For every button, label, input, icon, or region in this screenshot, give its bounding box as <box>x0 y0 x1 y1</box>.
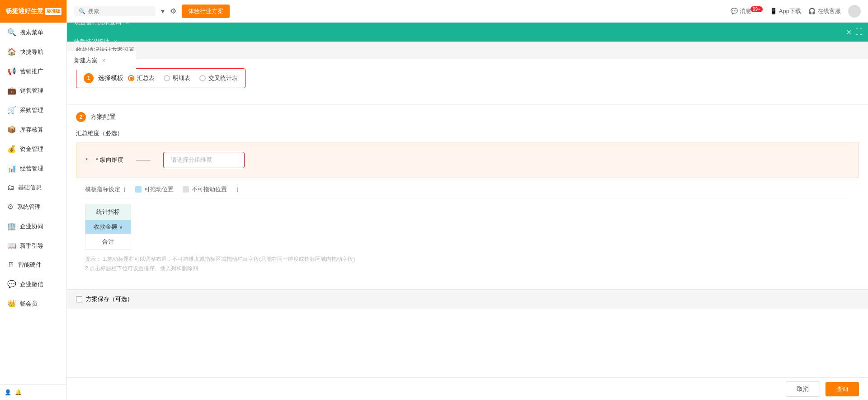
query-button[interactable]: 查询 <box>826 382 859 396</box>
support-item[interactable]: 🎧 在线客服 <box>808 7 841 15</box>
message-item[interactable]: 💬 消息 99+ <box>731 7 763 15</box>
page-wrapper: 收款情况统计方案设置 1 选择模板 汇总表明细表交叉统计表 2 方案配置 <box>67 42 868 377</box>
sidebar-item-5[interactable]: 📦库存核算 <box>0 120 66 139</box>
sidebar-item-6[interactable]: 💰资金管理 <box>0 139 66 159</box>
sidebar-icon-14: 👑 <box>7 299 16 308</box>
trial-button[interactable]: 体验行业方案 <box>182 5 230 18</box>
gear-icon[interactable]: ⚙ <box>170 7 176 15</box>
sidebar-icon-12: 🖥 <box>7 261 14 269</box>
template-radio-group: 汇总表明细表交叉统计表 <box>128 74 238 82</box>
section2: 2 方案配置 汇总维度（必选） * * 纵向维度 —— 请选择分组维度 模板指标… <box>67 105 868 289</box>
sidebar-icon-4: 🛒 <box>7 106 16 114</box>
sidebar-label-3: 销售管理 <box>20 87 43 95</box>
sidebar-bottom: 👤 🔔 <box>0 384 66 400</box>
col-dropdown-icon[interactable]: ∨ <box>119 224 123 230</box>
sidebar-item-1[interactable]: 🏠快捷导航 <box>0 42 66 61</box>
sidebar-label-1: 快捷导航 <box>20 48 43 56</box>
tabbar-controls: ✕ ⛶ <box>846 28 868 37</box>
sidebar-bottom-icon2[interactable]: 🔔 <box>15 389 22 395</box>
topbar: 🔍 ▾ ⚙ 体验行业方案 💬 消息 99+ 📱 App下载 🎧 在线客服 <box>67 0 868 23</box>
tab-label-2: 收款情况统计 <box>74 38 109 46</box>
sidebar-label-2: 营销推广 <box>20 67 43 75</box>
section2-label: 方案配置 <box>90 113 116 121</box>
message-icon: 💬 <box>731 8 738 14</box>
sidebar-icon-13: 💬 <box>7 280 16 288</box>
brand-edition: 标准版 <box>45 8 61 15</box>
section2-title: 2 方案配置 <box>76 105 859 122</box>
dropdown-icon[interactable]: ▾ <box>161 7 165 15</box>
dim-config-area: * * 纵向维度 —— 请选择分组维度 <box>76 142 859 178</box>
sidebar-label-0: 搜索菜单 <box>20 28 43 37</box>
sidebar-item-13[interactable]: 💬企业微信 <box>0 274 66 294</box>
section1-label: 选择模板 <box>98 74 123 82</box>
tab-label-3: 新建方案 <box>74 56 98 65</box>
required-mark: * <box>85 157 88 164</box>
radio-circle-summary <box>128 75 134 81</box>
sidebar-item-9[interactable]: ⚙系统管理 <box>0 197 66 216</box>
indicator-row1: 合计 <box>85 234 131 249</box>
tab-close-3[interactable]: × <box>102 57 105 64</box>
sidebar-label-8: 基础信息 <box>18 184 42 192</box>
radio-option-summary[interactable]: 汇总表 <box>128 74 155 82</box>
close-tab-icon[interactable]: ✕ <box>846 28 852 37</box>
section2-num: 2 <box>76 112 86 122</box>
sidebar-nav: 🔍搜索菜单🏠快捷导航📢营销推广💼销售管理🛒采购管理📦库存核算💰资金管理📊经营管理… <box>0 23 66 313</box>
radio-circle-cross <box>199 75 206 81</box>
radio-label-summary: 汇总表 <box>137 74 155 82</box>
sidebar: 畅捷通好生意 标准版 🔍搜索菜单🏠快捷导航📢营销推广💼销售管理🛒采购管理📦库存核… <box>0 0 67 400</box>
sidebar-item-2[interactable]: 📢营销推广 <box>0 61 66 81</box>
template-select-box: 1 选择模板 汇总表明细表交叉统计表 <box>76 68 245 88</box>
maximize-icon[interactable]: ⛶ <box>855 28 863 36</box>
sidebar-item-7[interactable]: 📊经营管理 <box>0 159 66 178</box>
dim-select[interactable]: 请选择分组维度 <box>163 152 245 168</box>
radio-option-detail[interactable]: 明细表 <box>164 74 190 82</box>
tab-close-1[interactable]: × <box>126 19 129 26</box>
dim-title: 汇总维度（必选） <box>76 129 859 137</box>
support-icon: 🎧 <box>808 8 816 14</box>
sidebar-item-10[interactable]: 🏢企业协同 <box>0 216 66 236</box>
bottom-section: 方案保存（可选） <box>67 289 868 309</box>
tab-3[interactable]: 新建方案× <box>67 51 136 70</box>
sidebar-item-12[interactable]: 🖥智能硬件 <box>0 255 66 274</box>
save-checkbox[interactable] <box>76 296 82 302</box>
sidebar-item-3[interactable]: 💼销售管理 <box>0 81 66 100</box>
sidebar-bottom-icon1[interactable]: 👤 <box>5 389 11 395</box>
sidebar-label-11: 新手引导 <box>20 242 43 250</box>
sidebar-label-14: 畅会员 <box>20 300 38 308</box>
sidebar-icon-9: ⚙ <box>7 202 14 211</box>
sidebar-item-0[interactable]: 🔍搜索菜单 <box>0 23 66 42</box>
dim-row-label: * 纵向维度 <box>96 156 123 164</box>
section1: 1 选择模板 汇总表明细表交叉统计表 <box>67 59 868 104</box>
indicator-legend-bar: 模板指标设定（ 可拖动位置 不可拖动位置 ） <box>85 185 850 198</box>
breadcrumb: 收款情况统计方案设置 <box>67 42 868 59</box>
legend-draggable-label: 可拖动位置 <box>144 185 174 193</box>
download-label: App下载 <box>779 7 801 15</box>
cancel-button[interactable]: 取消 <box>786 381 820 397</box>
brand-name: 畅捷通好生意 <box>5 7 43 15</box>
download-item[interactable]: 📱 App下载 <box>770 7 801 15</box>
sidebar-item-14[interactable]: 👑畅会员 <box>0 294 66 313</box>
sidebar-item-8[interactable]: 🗂基础信息 <box>0 178 66 197</box>
tab-0[interactable]: 首页 <box>67 0 136 13</box>
tip-line-0: 提示： 1.拖动标题栏可以调整布局，不可跨维度或指标区域拖动栏目字段(只能在同一… <box>85 255 850 263</box>
radio-label-detail: 明细表 <box>173 74 190 82</box>
user-avatar[interactable] <box>848 5 861 18</box>
sidebar-item-4[interactable]: 🛒采购管理 <box>0 100 66 120</box>
fixed-legend-box <box>183 186 189 193</box>
sidebar-label-12: 智能硬件 <box>18 261 42 269</box>
sidebar-label-6: 资金管理 <box>20 145 43 153</box>
sidebar-icon-3: 💼 <box>7 86 16 95</box>
tab-close-2[interactable]: × <box>114 38 117 45</box>
sidebar-item-11[interactable]: 📖新手引导 <box>0 236 66 255</box>
indicator-sub-header: 收款金额 <box>94 223 117 231</box>
tab-2[interactable]: 收款情况统计× <box>67 32 136 51</box>
footer-bar: 取消 查询 <box>67 377 868 400</box>
radio-option-cross[interactable]: 交叉统计表 <box>199 74 238 82</box>
legend-draggable: 可拖动位置 <box>135 185 174 193</box>
sidebar-icon-5: 📦 <box>7 125 16 134</box>
sidebar-icon-0: 🔍 <box>7 28 16 37</box>
tab-1[interactable]: 现金银行流水查询× <box>67 13 136 32</box>
indicator-title: 模板指标设定（ <box>85 185 126 193</box>
main-content: 🔍 ▾ ⚙ 体验行业方案 💬 消息 99+ 📱 App下载 🎧 在线客服 首页现… <box>67 0 868 400</box>
radio-label-cross: 交叉统计表 <box>208 74 238 82</box>
